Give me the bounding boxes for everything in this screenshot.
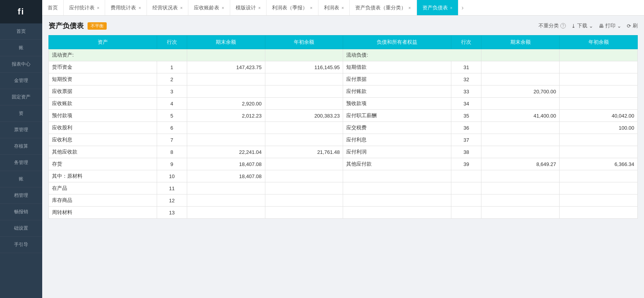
left-row-no: 2 xyxy=(157,73,187,86)
refresh-button[interactable]: ⟳ 刷 xyxy=(627,22,638,29)
left-end-balance xyxy=(187,86,265,98)
tab-receivable-aging[interactable]: 应收账龄表 × xyxy=(188,0,230,15)
sidebar-item-ledger[interactable]: 账 xyxy=(0,171,42,187)
sidebar-item-ticket-mgmt[interactable]: 票管理 xyxy=(0,122,42,138)
right-item-label[interactable] xyxy=(343,182,451,195)
left-item-label[interactable]: 存货 xyxy=(49,158,157,170)
left-row-no: 6 xyxy=(157,122,187,134)
right-item-label[interactable]: 应付利润 xyxy=(343,146,451,158)
left-end-balance xyxy=(187,207,265,219)
tab-close-profit-quarterly[interactable]: × xyxy=(310,5,312,10)
left-begin-balance xyxy=(265,158,343,170)
tab-profit-quarterly[interactable]: 利润表（季报） × xyxy=(267,0,318,15)
right-item-label[interactable]: 短期借款 xyxy=(343,61,451,73)
right-item-label[interactable] xyxy=(343,195,451,207)
left-item-label[interactable]: 预付款项 xyxy=(49,110,157,122)
left-item-label[interactable]: 其中：原材料 xyxy=(49,170,157,182)
tab-balance-reclassified[interactable]: 资产负债表（重分类） × xyxy=(350,0,417,15)
right-item-label[interactable]: 应交税费 xyxy=(343,122,451,134)
tab-close-balance-reclassified[interactable]: × xyxy=(408,5,411,10)
left-row-no: 5 xyxy=(157,110,187,122)
left-item-label[interactable]: 应收利息 xyxy=(49,134,157,146)
right-item-label[interactable]: 其他应付款 xyxy=(343,158,451,170)
right-end-balance xyxy=(481,195,560,207)
left-begin-balance: 21,761.48 xyxy=(265,146,343,158)
left-item-label[interactable]: 应收账款 xyxy=(49,98,157,110)
left-item-label[interactable]: 库存商品 xyxy=(49,195,157,207)
table-row: 库存商品 12 xyxy=(49,195,638,207)
sidebar-item-capital[interactable]: 资 xyxy=(0,105,42,122)
sidebar-item-fixed-assets[interactable]: 固定资产 xyxy=(0,89,42,105)
left-item-label[interactable]: 在产品 xyxy=(49,182,157,195)
help-icon[interactable]: ? xyxy=(560,23,566,29)
left-row-no: 1 xyxy=(157,61,187,73)
right-end-balance xyxy=(481,98,560,110)
main-area: 首页 应付统计表 × 费用统计表 × 经营状况表 × 应收账龄表 × 模版设计 … xyxy=(42,0,644,298)
right-row-no: 33 xyxy=(451,86,481,98)
right-item-label[interactable] xyxy=(343,207,451,219)
tab-close-operations[interactable]: × xyxy=(180,5,182,10)
right-item-label[interactable]: 应付票据 xyxy=(343,73,451,86)
left-end-balance: 18,407.08 xyxy=(187,170,265,182)
left-row-no: 13 xyxy=(157,207,187,219)
left-item-label[interactable]: 其他应收款 xyxy=(49,146,157,158)
left-begin-balance xyxy=(265,207,343,219)
left-begin-balance xyxy=(265,195,343,207)
tab-balance[interactable]: 资产负债表 × xyxy=(417,0,458,15)
tab-close-receivable-aging[interactable]: × xyxy=(222,5,224,10)
right-end-balance xyxy=(481,182,560,195)
left-item-label[interactable]: 应收票据 xyxy=(49,86,157,98)
right-item-label[interactable] xyxy=(343,170,451,182)
table-row: 存货 9 18,407.08 其他应付款 39 8,649.27 6,366.3… xyxy=(49,158,638,170)
right-item-label[interactable]: 应付利息 xyxy=(343,134,451,146)
right-begin-balance xyxy=(560,146,638,158)
tab-close-profit[interactable]: × xyxy=(342,5,344,10)
tab-payable-stats[interactable]: 应付统计表 × xyxy=(64,0,105,15)
sidebar-item-inventory[interactable]: 存核算 xyxy=(0,138,42,155)
left-begin-balance xyxy=(265,122,343,134)
tab-scroll-right[interactable]: › xyxy=(458,0,467,15)
left-row-no: 9 xyxy=(157,158,187,170)
sidebar-item-report-center[interactable]: 报表中心 xyxy=(0,56,42,73)
tab-close-expense-stats[interactable]: × xyxy=(138,5,141,10)
no-reclassify-option[interactable]: 不重分类 ? xyxy=(538,22,566,29)
table-row: 周转材料 13 xyxy=(49,207,638,219)
left-item-label[interactable]: 短期投资 xyxy=(49,73,157,86)
tab-template-design[interactable]: 模版设计 × xyxy=(230,0,267,15)
tab-close-balance[interactable]: × xyxy=(450,5,453,10)
right-item-label[interactable]: 应付账款 xyxy=(343,86,451,98)
left-item-label[interactable]: 应收股利 xyxy=(49,122,157,134)
download-button[interactable]: ⤓ 下载 ⌄ xyxy=(571,22,593,29)
right-begin-balance xyxy=(560,98,638,110)
sidebar-item-cash-mgmt[interactable]: 金管理 xyxy=(0,73,42,89)
left-item-label[interactable]: 货币资金 xyxy=(49,61,157,73)
tab-close-template-design[interactable]: × xyxy=(258,5,261,10)
right-begin-balance xyxy=(560,182,638,195)
right-item-label[interactable]: 预收款项 xyxy=(343,98,451,110)
table-row: 应收股利 6 应交税费 36 100.00 xyxy=(49,122,638,134)
tab-close-payable-stats[interactable]: × xyxy=(97,5,99,10)
right-row-no: 35 xyxy=(451,110,481,122)
right-item-label[interactable]: 应付职工薪酬 xyxy=(343,110,451,122)
tab-home[interactable]: 首页 xyxy=(42,0,64,15)
print-button[interactable]: 🖶 打印 ⌄ xyxy=(599,22,621,29)
sidebar-item-guide[interactable]: 手引导 xyxy=(0,237,42,253)
right-row-no xyxy=(451,195,481,207)
sidebar-item-expense[interactable]: 畅报销 xyxy=(0,204,42,220)
left-row-no: 3 xyxy=(157,86,187,98)
tab-profit[interactable]: 利润表 × xyxy=(318,0,350,15)
right-begin-balance xyxy=(560,86,638,98)
sidebar-item-home[interactable]: 首页 xyxy=(0,23,42,40)
left-item-label[interactable]: 周转材料 xyxy=(49,207,157,219)
left-end-balance: 18,407.08 xyxy=(187,158,265,170)
sidebar-item-finance-mgmt[interactable]: 务管理 xyxy=(0,155,42,171)
sidebar-item-settings[interactable]: 础设置 xyxy=(0,220,42,237)
sidebar-item-account[interactable]: 账 xyxy=(0,40,42,56)
right-end-balance xyxy=(481,170,560,182)
print-chevron-icon: ⌄ xyxy=(617,23,621,29)
tab-expense-stats[interactable]: 费用统计表 × xyxy=(105,0,147,15)
right-end-balance xyxy=(481,122,560,134)
sidebar-item-archive-mgmt[interactable]: 档管理 xyxy=(0,187,42,204)
print-icon: 🖶 xyxy=(599,23,604,29)
tab-operations[interactable]: 经营状况表 × xyxy=(147,0,188,15)
